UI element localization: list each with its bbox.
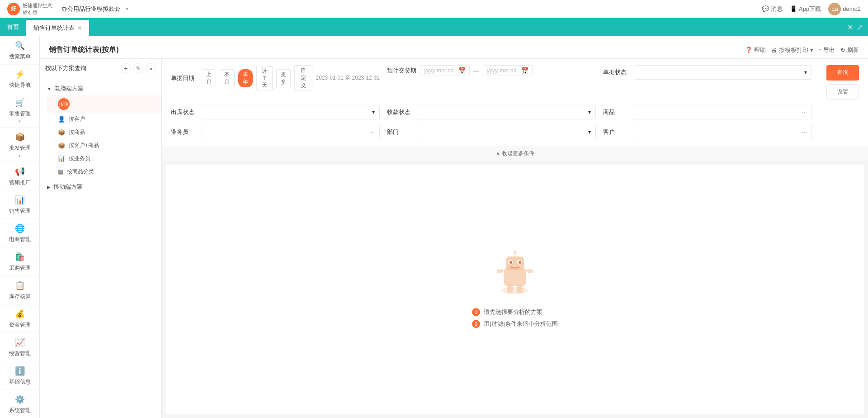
page-actions: ❓ 帮助 🖨 按模板打印 ▾ ↑ 导出 ↻ 刷新: [745, 46, 859, 54]
salesman-dots-icon[interactable]: ···: [369, 128, 375, 136]
status-block: 单据状态 ▾: [603, 65, 812, 80]
person-icon: 👤: [58, 116, 65, 123]
customer-dots-icon[interactable]: ···: [802, 128, 807, 136]
category-icon: ▦: [58, 168, 63, 175]
scheme-item-by-goods[interactable]: 📦 按商品: [47, 126, 161, 139]
payment-status-select[interactable]: ▾: [418, 105, 596, 119]
scheme-item-by-order[interactable]: 按单: [47, 95, 161, 113]
customer-block: 客户 ···: [603, 125, 812, 139]
svg-rect-1: [504, 268, 526, 286]
date-sep: —: [473, 67, 479, 74]
calendar-start-icon: 📅: [458, 67, 466, 74]
top-bar-left: 好 畅捷通好生意 标准版 办公用品行业模拟账套 ▾: [7, 2, 128, 15]
sidebar-item-sales-mgmt[interactable]: 📊 销售管理: [0, 190, 39, 219]
scheme-item-by-customer[interactable]: 👤 按客户: [47, 113, 161, 126]
add-scheme-button[interactable]: +: [121, 63, 131, 73]
workspace-arrow[interactable]: ▾: [126, 6, 128, 12]
filter-row-3: 业务员 ··· 部门 ▾: [171, 125, 859, 139]
tree-parent-mobile[interactable]: ▶ 移动端方案: [40, 180, 161, 194]
svg-point-0: [501, 287, 528, 294]
date-btn-this-year[interactable]: 本年: [238, 69, 253, 87]
main-layout: 🔍 搜索菜单 ⚡ 快捷导航 🛒 零售管理 ▾ 📦 批发管理 ▴ 📢 营销推广 📊…: [0, 36, 868, 418]
expected-date-end[interactable]: yyyy-mm-dd 📅: [483, 65, 533, 76]
refresh-button[interactable]: ↻ 刷新: [840, 46, 859, 54]
out-status-select[interactable]: ▾: [202, 105, 380, 119]
sidebar-item-ecom-mgmt[interactable]: 🌐 电商管理: [0, 219, 39, 247]
sidebar-item-sys-mgmt[interactable]: ⚙️ 系统管理: [0, 390, 39, 418]
expected-date-label: 预计交货期: [387, 66, 416, 75]
customer-input[interactable]: ···: [634, 125, 812, 139]
help-button[interactable]: ❓ 帮助: [745, 46, 766, 54]
goods-input[interactable]: ···: [634, 105, 812, 119]
tab-home[interactable]: 首页: [0, 18, 26, 36]
sales-icon: 📊: [15, 195, 25, 205]
goods-dots-icon[interactable]: ···: [802, 109, 807, 116]
query-button[interactable]: 查询: [826, 65, 859, 81]
tip-num-2: 2: [472, 320, 480, 328]
sidebar-item-purchase-mgmt[interactable]: 🛍️ 采购管理: [0, 247, 39, 276]
dept-block: 部门 ▾: [387, 125, 596, 139]
status-select[interactable]: ▾: [634, 65, 812, 80]
tab-close-icon[interactable]: ✕: [77, 25, 82, 31]
split-layout: 按以下方案查询 + ✎ « ▼ 电脑端方案: [40, 59, 868, 418]
action-buttons: 查询 设置: [819, 65, 859, 100]
empty-tip-2: 2 用[过滤]条件来缩小分析范围: [472, 320, 557, 328]
sidebar-item-finance[interactable]: 💰 资金管理: [0, 304, 39, 333]
out-status-chevron-icon: ▾: [372, 109, 375, 115]
marketing-icon: 📢: [15, 166, 25, 176]
payment-status-label: 收款状态: [387, 108, 414, 116]
sidebar-item-quick-nav[interactable]: ⚡ 快捷导航: [0, 65, 39, 93]
scheme-item-by-customer-goods[interactable]: 📦 按客户+商品: [47, 139, 161, 152]
logo-icon: 好: [7, 3, 20, 15]
scheme-item-by-goods-category[interactable]: ▦ 按商品分类: [47, 165, 161, 178]
dept-select[interactable]: ▾: [418, 125, 596, 139]
settings-button[interactable]: 设置: [826, 84, 859, 100]
close-tab-icon[interactable]: ✕: [847, 23, 853, 32]
expected-date-start[interactable]: yyyy-mm-dd 📅: [420, 65, 470, 76]
date-quick-buttons: 上月 本月 本年 近7天 更多 自定义: [202, 65, 312, 91]
edit-scheme-button[interactable]: ✎: [133, 63, 143, 73]
expected-date-block: 预计交货期 yyyy-mm-dd 📅 — yyyy-mm-dd 📅: [387, 65, 596, 76]
export-button[interactable]: ↑ 导出: [819, 46, 835, 54]
scheme-item-by-salesman[interactable]: 📊 按业务员: [47, 152, 161, 165]
date-btn-7days[interactable]: 近7天: [256, 66, 273, 90]
print-button[interactable]: 🖨 按模板打印 ▾: [771, 46, 813, 54]
svg-point-6: [519, 261, 521, 264]
top-bar-right: 💬 消息 📱 App下载 Ea demo2: [762, 3, 861, 15]
retail-icon: 🛒: [15, 98, 25, 108]
calendar-end-icon: 📅: [521, 67, 528, 74]
tree-section: ▼ 电脑端方案 按单 👤 按客户 📦: [40, 78, 161, 197]
salesman-input[interactable]: ···: [202, 125, 380, 139]
dept-label: 部门: [387, 128, 414, 136]
sidebar-item-ops-mgmt[interactable]: 📈 经营管理: [0, 333, 39, 361]
date-btn-this-month[interactable]: 本月: [220, 69, 234, 87]
dept-chevron-icon: ▾: [588, 129, 591, 135]
user-menu[interactable]: Ea demo2: [828, 3, 861, 15]
sidebar-item-inventory[interactable]: 📋 库存核算: [0, 276, 39, 304]
collapse-conditions-button[interactable]: ∧ 收起更多条件: [162, 146, 868, 161]
sidebar-item-search-menu[interactable]: 🔍 搜索菜单: [0, 36, 39, 65]
date-label: 单据日期: [171, 74, 198, 82]
app-download-button[interactable]: 📱 App下载: [790, 5, 821, 13]
status-chevron-icon: ▾: [804, 69, 807, 76]
goods-block: 商品 ···: [603, 105, 812, 119]
empty-illustration: [492, 247, 538, 297]
left-panel: 按以下方案查询 + ✎ « ▼ 电脑端方案: [40, 59, 162, 418]
cust-goods-icon: 📦: [58, 142, 65, 149]
date-btn-more[interactable]: 更多: [276, 69, 291, 87]
date-btn-custom[interactable]: 自定义: [294, 65, 312, 91]
expand-icon[interactable]: ⤢: [857, 23, 863, 32]
page-title: 销售订单统计表(按单): [49, 45, 119, 55]
sidebar-item-basic-info[interactable]: ℹ️ 基础信息: [0, 361, 39, 390]
workspace-title: 办公用品行业模拟账套: [61, 5, 120, 13]
sidebar-item-wholesale-mgmt[interactable]: 📦 批发管理 ▴: [0, 128, 39, 162]
salesman-block: 业务员 ···: [171, 125, 380, 139]
tree-parent-pc[interactable]: ▼ 电脑端方案: [40, 82, 161, 95]
message-button[interactable]: 💬 消息: [762, 5, 783, 13]
tab-sales-order-stat[interactable]: 销售订单统计表 ✕: [26, 20, 89, 36]
collapse-panel-button[interactable]: «: [146, 63, 156, 73]
basic-info-icon: ℹ️: [15, 366, 25, 376]
sidebar-item-retail-mgmt[interactable]: 🛒 零售管理 ▾: [0, 93, 39, 128]
date-btn-last-month[interactable]: 上月: [202, 69, 216, 87]
sidebar-item-marketing[interactable]: 📢 营销推广: [0, 162, 39, 190]
